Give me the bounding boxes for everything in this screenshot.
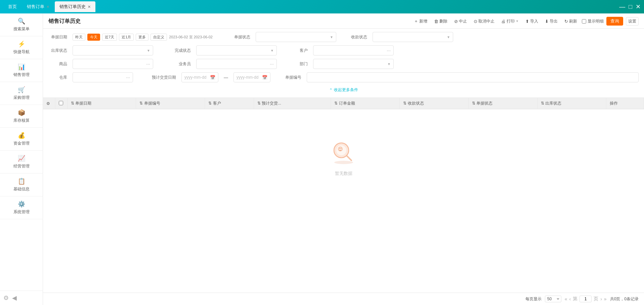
date-custom-btn[interactable]: 自定义: [151, 34, 167, 41]
salesperson-field[interactable]: ···: [196, 59, 277, 69]
customer-field[interactable]: ···: [313, 45, 394, 55]
sidebar-item-sales-mgmt[interactable]: 📊 销售管理: [0, 59, 43, 82]
empty-state: 暂无数据: [43, 109, 644, 203]
collapse-row[interactable]: ⌃ 收起更多条件: [48, 86, 639, 94]
sidebar-item-sys-mgmt[interactable]: ⚙️ 系统管理: [0, 196, 43, 219]
bill-no-field[interactable]: [307, 72, 639, 82]
date-today-btn[interactable]: 今天: [87, 34, 100, 41]
settings-button[interactable]: 设置: [626, 17, 639, 26]
tab-home[interactable]: 首页: [3, 1, 22, 12]
finance-icon: 💰: [18, 132, 25, 139]
bill-no-label: 单据编号: [283, 75, 301, 80]
complete-status-field[interactable]: ▼: [196, 45, 277, 55]
collapse-label: 收起更多条件: [334, 87, 358, 93]
complete-status-label: 完成状态: [172, 48, 191, 53]
first-page-button[interactable]: «: [565, 296, 567, 302]
page-size-select[interactable]: 50 10 20 100: [545, 296, 561, 302]
sidebar-item-base-info[interactable]: 📋 基础信息: [0, 174, 43, 196]
main-layout: 🔍 搜索菜单 ⚡ 快捷导航 📊 销售管理 🛒 采购管理 📦 库存核算 💰 资金管…: [0, 13, 644, 305]
date-yesterday-btn[interactable]: 昨天: [73, 34, 85, 41]
top-bar: 首页 销售订单 ✕ 销售订单历史 ✕ — □ ✕: [0, 0, 644, 13]
sidebar-item-sales-mgmt-label: 销售管理: [13, 72, 30, 78]
page-number-input[interactable]: [579, 296, 592, 302]
sidebar-item-operations[interactable]: 📈 经营管理: [0, 151, 43, 174]
filter-row-1: 单据日期 昨天 今天 近7天 近1月 更多 自定义 2023-06-02 至 2…: [48, 32, 639, 42]
close-icon[interactable]: ✕: [636, 3, 641, 10]
th-order-amount[interactable]: ⇅ 订单金额: [331, 98, 400, 109]
print-button[interactable]: 🖨 打印 ▼: [499, 17, 521, 25]
show-detail-checkbox[interactable]: [582, 19, 586, 24]
sidebar-item-quick-nav-label: 快捷导航: [13, 49, 30, 55]
tab-sales-order-close[interactable]: ✕: [46, 5, 49, 9]
page-header: 销售订单历史 ＋ 新增 🗑 删除 ⊘ 中止 ⊙ 取消中止: [43, 13, 644, 29]
refresh-label: 刷新: [569, 18, 577, 24]
select-all-checkbox[interactable]: [59, 101, 63, 105]
th-bill-no[interactable]: ⇅ 单据编号: [136, 98, 205, 109]
date-7days-btn[interactable]: 近7天: [102, 34, 117, 41]
sidebar-settings-icon[interactable]: ⚙: [3, 294, 9, 302]
tab-sales-order[interactable]: 销售订单 ✕: [22, 1, 54, 12]
show-detail-checkbox-label[interactable]: 显示明细: [582, 18, 604, 24]
th-gear[interactable]: ⚙: [43, 98, 55, 109]
import-button[interactable]: ⬆ 导入: [523, 17, 540, 25]
print-icon: 🖨: [501, 19, 506, 24]
print-arrow-icon: ▼: [516, 20, 519, 23]
maximize-icon[interactable]: □: [629, 3, 632, 10]
sidebar-item-quick-nav[interactable]: ⚡ 快捷导航: [0, 36, 43, 59]
th-bill-date[interactable]: ⇅ 单据日期: [67, 98, 136, 109]
sales-mgmt-icon: 📊: [18, 63, 25, 71]
bill-status-field[interactable]: ▼: [256, 32, 336, 42]
th-delivery-date[interactable]: ⇅ 预计交货...: [254, 98, 331, 109]
sidebar-item-finance[interactable]: 💰 资金管理: [0, 128, 43, 151]
sidebar-item-sys-mgmt-label: 系统管理: [13, 209, 30, 215]
tab-sales-order-history-close[interactable]: ✕: [88, 5, 91, 9]
sidebar-item-purchase-mgmt[interactable]: 🛒 采购管理: [0, 82, 43, 105]
th-bill-status[interactable]: ⇅ 单据状态: [469, 98, 538, 109]
date-1month-btn[interactable]: 近1月: [119, 34, 134, 41]
tab-sales-order-history-label: 销售订单历史: [59, 4, 86, 10]
delivery-date-end-field[interactable]: yyyy-mm-dd 📅: [233, 72, 270, 82]
th-bill-status-label: ⇅ 单据状态: [472, 101, 492, 106]
outbound-status-field[interactable]: ▼: [73, 45, 153, 55]
toolbar: ＋ 新增 🗑 删除 ⊘ 中止 ⊙ 取消中止 🖨 打印: [412, 17, 639, 26]
th-customer-label: ⇅ 客户: [208, 101, 221, 106]
customer-dots-icon: ···: [387, 48, 391, 53]
stop-button[interactable]: ⊘ 中止: [452, 17, 469, 25]
sidebar-item-finance-label: 资金管理: [13, 141, 30, 146]
receipt-status-field[interactable]: ▼: [373, 32, 453, 42]
content-area: 销售订单历史 ＋ 新增 🗑 删除 ⊘ 中止 ⊙ 取消中止: [43, 13, 644, 305]
date-more-btn[interactable]: 更多: [136, 34, 148, 41]
tab-sales-order-history[interactable]: 销售订单历史 ✕: [55, 1, 95, 12]
new-button[interactable]: ＋ 新增: [412, 17, 429, 25]
export-button[interactable]: ⬇ 导出: [543, 17, 560, 25]
last-page-button[interactable]: »: [604, 296, 607, 302]
cancel-stop-button[interactable]: ⊙ 取消中止: [472, 17, 497, 25]
delivery-date-start-field[interactable]: yyyy-mm-dd 📅: [181, 72, 218, 82]
th-outbound-status[interactable]: ⇅ 出库状态: [538, 98, 606, 109]
refresh-button[interactable]: ↻ 刷新: [562, 17, 579, 25]
delete-button[interactable]: 🗑 删除: [432, 17, 449, 25]
sidebar-item-inventory[interactable]: 📦 库存核算: [0, 105, 43, 128]
query-button[interactable]: 查询: [606, 17, 623, 26]
th-actions-label: 操作: [610, 101, 618, 106]
window-controls: — □ ✕: [619, 3, 641, 10]
th-receipt-status-label: ⇅ 收款状态: [403, 101, 424, 106]
table-area: ⚙ ⇅ 单据日期 ⇅ 单据编号 ⇅ 客户: [43, 98, 644, 293]
salesperson-label: 业务员: [172, 61, 191, 67]
sidebar-collapse-icon[interactable]: ◀: [12, 294, 17, 302]
th-checkbox[interactable]: [55, 98, 67, 109]
search-menu-icon: 🔍: [18, 17, 25, 25]
settings-label: 设置: [628, 18, 636, 24]
prev-page-button[interactable]: ‹: [569, 296, 571, 302]
minimize-icon[interactable]: —: [619, 3, 625, 10]
pagination-nav: « ‹ 第 页 › »: [565, 296, 607, 302]
stop-icon: ⊘: [454, 19, 458, 24]
th-receipt-status[interactable]: ⇅ 收款状态: [400, 98, 469, 109]
next-page-button[interactable]: ›: [600, 296, 602, 302]
department-field[interactable]: ▼: [313, 59, 394, 69]
th-customer[interactable]: ⇅ 客户: [205, 98, 254, 109]
warehouse-field[interactable]: ···: [73, 72, 133, 82]
sidebar-item-search-menu-label: 搜索菜单: [13, 26, 30, 32]
goods-field[interactable]: ···: [73, 59, 153, 69]
sidebar-item-search-menu[interactable]: 🔍 搜索菜单: [0, 13, 43, 36]
